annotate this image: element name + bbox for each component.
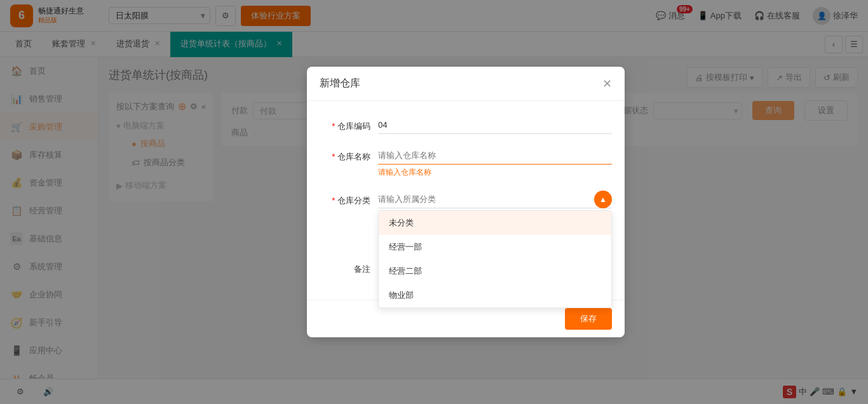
- category-label: 仓库分类: [320, 191, 370, 206]
- add-warehouse-modal: 新增仓库 ✕ 仓库编码 仓库名称 请输入仓库名称 仓库分类: [307, 67, 625, 337]
- modal-close-button[interactable]: ✕: [602, 78, 612, 90]
- remark-label: 备注: [320, 259, 370, 275]
- code-input[interactable]: [378, 116, 612, 134]
- form-row-category: 仓库分类 ▲ 未分类 经营一部 经营二部: [320, 191, 612, 208]
- dropdown-item-property[interactable]: 物业部: [379, 283, 611, 307]
- name-label: 仓库名称: [320, 147, 370, 163]
- dropdown-item-label: 未分类: [389, 218, 414, 227]
- code-label: 仓库编码: [320, 116, 370, 132]
- category-select-wrap: ▲: [378, 191, 612, 208]
- dropdown-item-uncategorized[interactable]: 未分类: [379, 211, 611, 235]
- name-input[interactable]: [378, 147, 612, 165]
- dropdown-item-label: 经营二部: [389, 266, 422, 276]
- dropdown-item-ops1[interactable]: 经营一部: [379, 235, 611, 259]
- category-toggle-button[interactable]: ▲: [594, 191, 612, 208]
- dropdown-item-label: 物业部: [389, 290, 414, 300]
- dropdown-item-ops2[interactable]: 经营二部: [379, 259, 611, 283]
- category-dropdown: 未分类 经营一部 经营二部 物业部: [378, 210, 612, 308]
- save-button[interactable]: 保存: [565, 308, 612, 330]
- modal-body: 仓库编码 仓库名称 请输入仓库名称 仓库分类 ▲: [307, 101, 625, 300]
- form-row-code: 仓库编码: [320, 116, 612, 134]
- modal-header: 新增仓库 ✕: [307, 67, 625, 101]
- category-input[interactable]: [378, 191, 612, 208]
- form-row-name: 仓库名称 请输入仓库名称: [320, 147, 612, 178]
- name-error-message: 请输入仓库名称: [378, 167, 612, 178]
- dropdown-item-label: 经营一部: [389, 242, 422, 252]
- modal-title: 新增仓库: [320, 77, 360, 90]
- chevron-up-icon: ▲: [599, 195, 607, 204]
